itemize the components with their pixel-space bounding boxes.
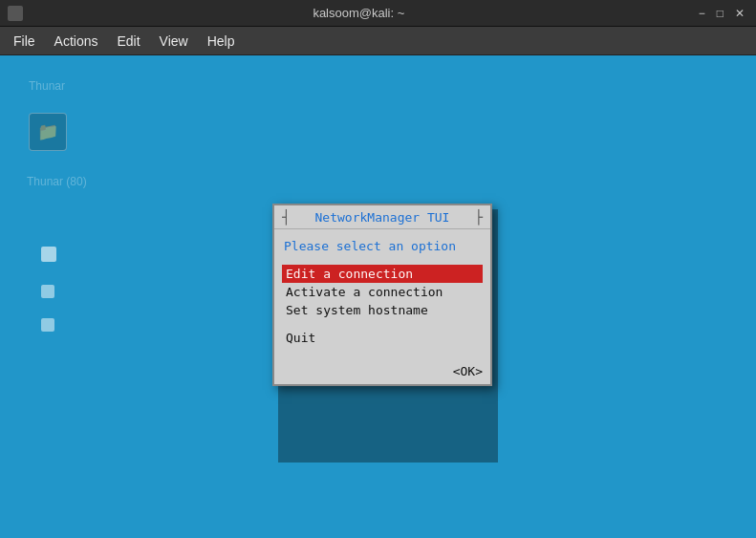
bg-label-thunar2: Thunar (80): [27, 175, 87, 188]
terminal-area: Thunar 📁 Thunar (80) ┤ NetworkManager TU…: [0, 55, 756, 538]
title-bar: kalsoom@kali: ~ − □ ✕: [0, 0, 756, 27]
title-text: kalsoom@kali: ~: [23, 6, 695, 20]
nm-option-edit-connection[interactable]: Edit a connection: [282, 265, 483, 283]
nm-body: Please select an option Edit a connectio…: [274, 229, 490, 356]
menu-view[interactable]: View: [150, 30, 198, 53]
window-icon: [8, 6, 23, 21]
bg-dot-1: [41, 247, 56, 262]
maximize-button[interactable]: □: [713, 7, 727, 20]
nm-quit-option[interactable]: Quit: [282, 329, 483, 347]
menu-help[interactable]: Help: [198, 30, 245, 53]
menu-bar: File Actions Edit View Help: [0, 27, 756, 55]
nm-ok-bar: <OK>: [274, 356, 490, 384]
bracket-right: ├: [475, 209, 483, 225]
nm-subtitle: Please select an option: [282, 239, 483, 253]
nm-title-text: NetworkManager TUI: [290, 210, 474, 225]
bg-dot-3: [41, 318, 54, 332]
minimize-button[interactable]: −: [695, 7, 709, 20]
menu-actions[interactable]: Actions: [45, 30, 108, 53]
desktop-icon-thunar: 📁: [29, 113, 67, 155]
close-button[interactable]: ✕: [731, 7, 748, 20]
bracket-left: ┤: [282, 209, 290, 225]
menu-edit[interactable]: Edit: [107, 30, 149, 53]
nm-title-bar: ┤ NetworkManager TUI ├: [274, 205, 490, 229]
nm-option-activate-connection[interactable]: Activate a connection: [282, 283, 483, 301]
bg-dot-2: [41, 285, 54, 298]
menu-file[interactable]: File: [4, 30, 45, 53]
nm-ok-button[interactable]: <OK>: [453, 364, 483, 378]
nm-option-set-hostname[interactable]: Set system hostname: [282, 301, 483, 319]
window-controls: − □ ✕: [695, 7, 748, 20]
bg-label-thunar: Thunar: [29, 79, 65, 93]
nm-dialog: ┤ NetworkManager TUI ├ Please select an …: [272, 204, 492, 386]
